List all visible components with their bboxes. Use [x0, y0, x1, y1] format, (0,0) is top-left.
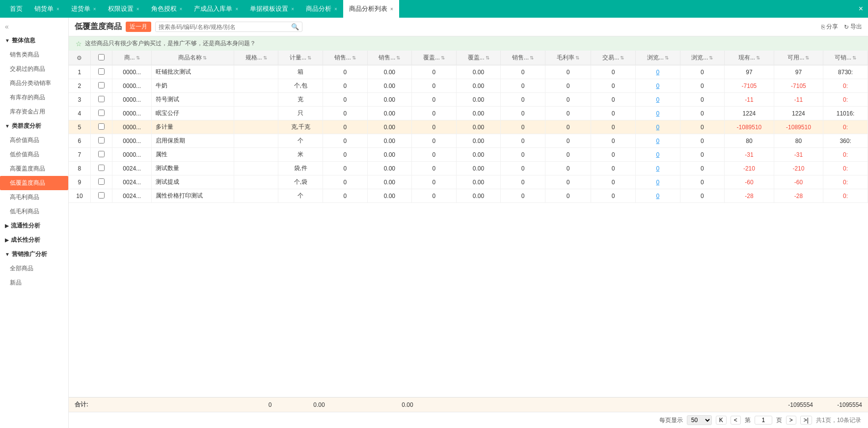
sidebar-item-category-rate[interactable]: 商品分类动销率	[0, 76, 68, 90]
row-checkbox-input[interactable]	[98, 96, 105, 102]
row-browse1[interactable]: 0	[636, 175, 680, 189]
sidebar-collapse-btn[interactable]: «	[5, 23, 9, 30]
row-checkbox-input[interactable]	[98, 137, 105, 143]
sidebar-item-low-coverage[interactable]: 低覆盖度商品	[0, 176, 68, 190]
sidebar-item-high-coverage[interactable]: 高覆盖度商品	[0, 162, 68, 176]
row-browse1[interactable]: 0	[636, 189, 680, 203]
nav-tab-purchase[interactable]: 进货单 ×	[65, 0, 102, 18]
row-browse1[interactable]: 0	[636, 134, 680, 148]
page-number-input[interactable]	[755, 416, 772, 425]
close-template-tab[interactable]: ×	[291, 6, 294, 12]
nav-tab-product-analysis-list[interactable]: 商品分析列表 ×	[343, 0, 399, 18]
row-unit: 个	[278, 134, 323, 148]
th-browse2[interactable]: 浏览...⇅	[680, 51, 725, 65]
th-sales1[interactable]: 销售...⇅	[323, 51, 368, 65]
th-name[interactable]: 商品名称⇅	[152, 51, 234, 65]
row-checkbox[interactable]	[90, 79, 112, 93]
row-checkbox[interactable]	[90, 162, 112, 175]
row-spec	[234, 134, 278, 148]
next-page-btn[interactable]: >	[786, 416, 796, 425]
sidebar-item-all-products[interactable]: 全部商品	[0, 261, 68, 276]
row-checkbox[interactable]	[90, 134, 112, 148]
th-trade[interactable]: 交易...⇅	[591, 51, 636, 65]
th-unit[interactable]: 计量...⇅	[278, 51, 323, 65]
close-product-analysis-list-tab[interactable]: ×	[390, 6, 393, 12]
row-browse1[interactable]: 0	[636, 120, 680, 134]
close-product-analysis-tab[interactable]: ×	[334, 6, 337, 12]
close-purchase-tab[interactable]: ×	[93, 6, 96, 12]
close-permissions-tab[interactable]: ×	[136, 6, 139, 12]
sidebar-item-traded-products[interactable]: 交易过的商品	[0, 62, 68, 76]
nav-tab-permissions[interactable]: 权限设置 ×	[102, 0, 145, 18]
row-checkbox[interactable]	[90, 148, 112, 162]
nav-tab-roles[interactable]: 角色授权 ×	[145, 0, 189, 18]
row-checkbox-input[interactable]	[98, 165, 105, 171]
last-page-btn[interactable]: >|	[800, 416, 812, 425]
row-browse1[interactable]: 0	[636, 93, 680, 107]
row-browse1[interactable]: 0	[636, 162, 680, 175]
sidebar-section-cluster[interactable]: ▼ 类群度分析	[0, 119, 68, 133]
row-checkbox[interactable]	[90, 65, 112, 79]
nav-tab-home[interactable]: 首页	[4, 0, 28, 18]
sidebar-item-new-products[interactable]: 新品	[0, 276, 68, 290]
total-info: 共1页，10条记录	[816, 416, 861, 425]
th-sales2[interactable]: 销售...⇅	[367, 51, 412, 65]
sidebar-item-low-margin[interactable]: 低毛利商品	[0, 204, 68, 219]
sidebar-item-high-value[interactable]: 高价值商品	[0, 133, 68, 147]
row-checkbox-input[interactable]	[98, 151, 105, 157]
th-spec[interactable]: 规格...⇅	[234, 51, 278, 65]
close-roles-tab[interactable]: ×	[180, 6, 183, 12]
th-coverage1[interactable]: 覆盖...⇅	[412, 51, 457, 65]
close-sales-tab[interactable]: ×	[56, 6, 59, 12]
sidebar-item-low-value[interactable]: 低价值商品	[0, 147, 68, 162]
row-checkbox-input[interactable]	[98, 178, 105, 185]
nav-tab-template[interactable]: 单据模板设置 ×	[244, 0, 300, 18]
th-code[interactable]: 商...⇅	[112, 51, 152, 65]
nav-tab-sales[interactable]: 销货单 ×	[28, 0, 65, 18]
sidebar-item-high-margin[interactable]: 高毛利商品	[0, 190, 68, 204]
row-checkbox-input[interactable]	[98, 82, 105, 88]
select-all-checkbox[interactable]	[98, 54, 105, 60]
row-checkbox-input[interactable]	[98, 68, 105, 75]
sidebar-item-sales-products[interactable]: 销售类商品	[0, 48, 68, 62]
row-sales2: 0.00	[367, 93, 412, 107]
prev-page-btn[interactable]: <	[731, 416, 741, 425]
row-checkbox[interactable]	[90, 189, 112, 203]
search-input[interactable]	[159, 24, 291, 30]
close-product-inbound-tab[interactable]: ×	[235, 6, 238, 12]
sidebar-section-marketing[interactable]: ▼ 营销推广分析	[0, 247, 68, 261]
nav-tab-product-inbound[interactable]: 产成品入库单 ×	[188, 0, 244, 18]
row-checkbox[interactable]	[90, 93, 112, 107]
row-checkbox[interactable]	[90, 175, 112, 189]
row-checkbox-input[interactable]	[98, 110, 105, 116]
th-coverage2[interactable]: 覆盖...⇅	[456, 51, 501, 65]
export-button[interactable]: ↻ 导出	[844, 23, 862, 31]
sidebar-section-liquidity[interactable]: ▶ 流通性分析	[0, 219, 68, 233]
sidebar-item-stock-products[interactable]: 有库存的商品	[0, 90, 68, 105]
row-browse1[interactable]: 0	[636, 107, 680, 120]
window-close-button[interactable]: ×	[859, 4, 863, 13]
row-browse1[interactable]: 0	[636, 148, 680, 162]
th-sellable[interactable]: 可销...⇅	[823, 51, 868, 65]
share-button[interactable]: ⎘ 分享	[821, 23, 838, 31]
first-page-btn[interactable]: K	[716, 416, 727, 425]
row-checkbox-input[interactable]	[98, 123, 105, 130]
sidebar-section-growth[interactable]: ▶ 成长性分析	[0, 233, 68, 247]
row-checkbox-input[interactable]	[98, 192, 105, 199]
row-checkbox[interactable]	[90, 120, 112, 134]
row-checkbox[interactable]	[90, 107, 112, 120]
sidebar-section-overall[interactable]: ▼ 整体信息	[0, 33, 68, 48]
row-name: 属性	[152, 148, 234, 162]
nav-tab-product-analysis[interactable]: 商品分析 ×	[300, 0, 343, 18]
th-browse1[interactable]: 浏览...⇅	[636, 51, 680, 65]
th-available[interactable]: 可用...⇅	[774, 51, 823, 65]
sidebar-item-stock-capital[interactable]: 库存资金占用	[0, 105, 68, 119]
row-browse1[interactable]: 0	[636, 79, 680, 93]
th-settings[interactable]: ⚙	[69, 51, 90, 65]
time-filter-button[interactable]: 近一月	[126, 22, 151, 32]
row-browse1[interactable]: 0	[636, 65, 680, 79]
page-size-dropdown[interactable]: 50 100 200	[687, 415, 712, 425]
th-margin[interactable]: 毛利率⇅	[545, 51, 591, 65]
th-sales3[interactable]: 销售...⇅	[501, 51, 545, 65]
th-current[interactable]: 现有...⇅	[725, 51, 774, 65]
